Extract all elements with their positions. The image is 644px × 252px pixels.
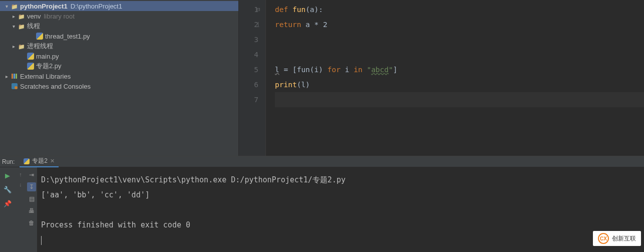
chevron-right-icon[interactable]: ▸: [10, 44, 17, 49]
run-toolbar-left: ▶ 🔧 📌: [0, 167, 15, 252]
down-arrow-icon[interactable]: ↓: [17, 180, 25, 188]
python-file-icon: [26, 63, 35, 70]
watermark-brand: 创新互联: [612, 234, 636, 243]
project-root-path: D:\pythonProject1: [68, 3, 122, 10]
tree-item-file[interactable]: main.py: [0, 51, 238, 61]
tree-item-subtext: library root: [41, 13, 74, 20]
tree-item-label: 专题2.py: [35, 62, 62, 71]
rerun-button[interactable]: ▶: [3, 170, 13, 180]
layout-icon[interactable]: ▤: [27, 194, 36, 203]
run-toolbar-options: ⇥ ↧ ▤ 🖶 🗑: [26, 167, 37, 252]
watermark-badge: CX 创新互联: [593, 231, 641, 246]
libraries-icon: [10, 73, 19, 79]
chevron-down-icon[interactable]: ▾: [10, 24, 17, 29]
python-file-icon: [24, 158, 30, 164]
project-root-name: pythonProject1: [19, 3, 68, 10]
tree-item-file[interactable]: 专题2.py: [0, 61, 238, 71]
scratches-icon: [10, 83, 19, 90]
folder-icon: [17, 13, 26, 20]
chevron-right-icon[interactable]: ▸: [3, 74, 10, 79]
tree-item-label: 进程线程: [26, 42, 53, 51]
external-libraries-row[interactable]: ▸ External Libraries: [0, 71, 238, 81]
chevron-down-icon[interactable]: ▾: [3, 4, 10, 9]
tree-item-label: thread_test1.py: [44, 33, 90, 40]
svg-rect-1: [14, 74, 15, 79]
run-navigation: ↑ ↓: [15, 167, 26, 252]
project-tree-panel: ▾ pythonProject1 D:\pythonProject1 ▸ ven…: [0, 0, 239, 156]
scratches-label: Scratches and Consoles: [19, 83, 91, 90]
svg-rect-2: [16, 74, 17, 79]
tree-item-label: venv: [26, 13, 41, 20]
scratches-row[interactable]: Scratches and Consoles: [0, 81, 238, 91]
trash-icon[interactable]: 🗑: [27, 218, 36, 227]
run-title: Run:: [2, 158, 15, 165]
python-file-icon: [35, 33, 44, 40]
code-area[interactable]: def fun(a): return a * 2 l = [fun(i) for…: [266, 0, 644, 156]
python-file-icon: [26, 53, 35, 60]
print-icon[interactable]: 🖶: [27, 206, 36, 215]
code-editor[interactable]: 1 2 3 4 5 6 7 ⊟⌊ def fun(a): return a * …: [239, 0, 644, 156]
scroll-to-end-icon[interactable]: ↧: [27, 182, 36, 191]
wrench-icon[interactable]: 🔧: [3, 184, 13, 194]
run-tab[interactable]: 专题2 ✕: [20, 156, 59, 167]
line-number-gutter: 1 2 3 4 5 6 7 ⊟⌊: [239, 0, 266, 156]
pin-icon[interactable]: 📌: [3, 198, 13, 208]
svg-rect-0: [12, 74, 13, 79]
project-root-row[interactable]: ▾ pythonProject1 D:\pythonProject1: [0, 1, 238, 11]
console-output[interactable]: D:\pythonProject1\venv\Scripts\python.ex…: [37, 167, 644, 252]
folder-icon: [17, 23, 26, 30]
tree-item-label: 线程: [26, 22, 40, 31]
folder-icon: [17, 43, 26, 50]
tree-item-folder[interactable]: ▾ 线程: [0, 21, 238, 31]
watermark-logo-icon: CX: [598, 233, 609, 244]
up-arrow-icon[interactable]: ↑: [17, 170, 25, 178]
tree-item-venv[interactable]: ▸ venv library root: [0, 11, 238, 21]
chevron-right-icon[interactable]: ▸: [10, 14, 17, 19]
close-icon[interactable]: ✕: [50, 158, 55, 164]
console-caret: [41, 236, 42, 245]
folder-icon: [10, 3, 19, 10]
tree-item-folder[interactable]: ▸ 进程线程: [0, 41, 238, 51]
run-tool-window: Run: 专题2 ✕ ▶ 🔧 📌 ↑ ↓ ⇥ ↧ ▤ 🖶 🗑: [0, 156, 644, 252]
tree-item-file[interactable]: thread_test1.py: [0, 31, 238, 41]
fold-marks[interactable]: ⊟⌊: [257, 2, 260, 32]
external-libraries-label: External Libraries: [19, 73, 71, 80]
svg-point-4: [15, 86, 18, 89]
run-tab-label: 专题2: [32, 157, 48, 165]
tree-item-label: main.py: [35, 53, 59, 60]
soft-wrap-icon[interactable]: ⇥: [27, 170, 36, 179]
